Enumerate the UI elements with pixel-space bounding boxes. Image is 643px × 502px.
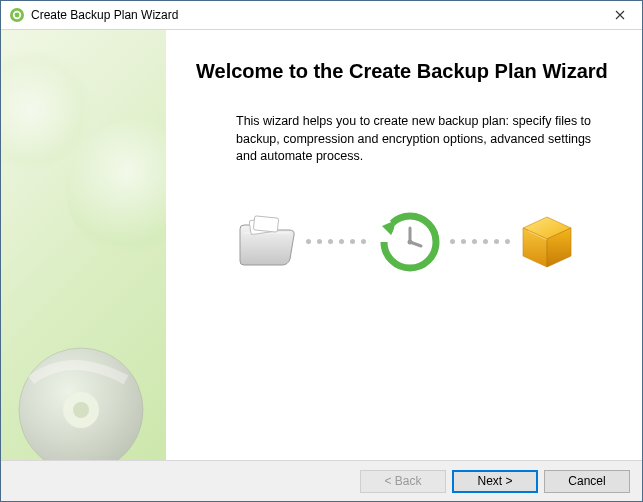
title-bar: Create Backup Plan Wizard <box>1 1 642 30</box>
page-description: This wizard helps you to create new back… <box>236 113 596 166</box>
back-button: < Back <box>360 470 446 493</box>
sidebar-art <box>1 30 166 460</box>
next-button[interactable]: Next > <box>452 470 538 493</box>
package-cube-icon <box>516 211 578 273</box>
svg-point-6 <box>73 402 89 418</box>
connector-dots <box>450 239 510 244</box>
wizard-window: Create Backup Plan Wizard <box>0 0 643 502</box>
app-icon <box>9 7 25 23</box>
wizard-body: Welcome to the Create Backup Plan Wizard… <box>1 30 642 460</box>
svg-point-2 <box>15 13 20 18</box>
steps-illustration <box>196 206 612 278</box>
folder-icon <box>230 207 300 277</box>
page-heading: Welcome to the Create Backup Plan Wizard <box>196 60 612 83</box>
window-title: Create Backup Plan Wizard <box>31 8 178 22</box>
history-clock-icon <box>372 206 444 278</box>
cancel-button[interactable]: Cancel <box>544 470 630 493</box>
wizard-main: Welcome to the Create Backup Plan Wizard… <box>166 30 642 460</box>
disc-icon <box>11 340 151 460</box>
svg-rect-8 <box>253 215 278 231</box>
svg-point-14 <box>408 239 413 244</box>
wizard-footer: < Back Next > Cancel <box>1 460 642 501</box>
connector-dots <box>306 239 366 244</box>
close-button[interactable] <box>598 1 642 29</box>
close-icon <box>615 10 625 20</box>
